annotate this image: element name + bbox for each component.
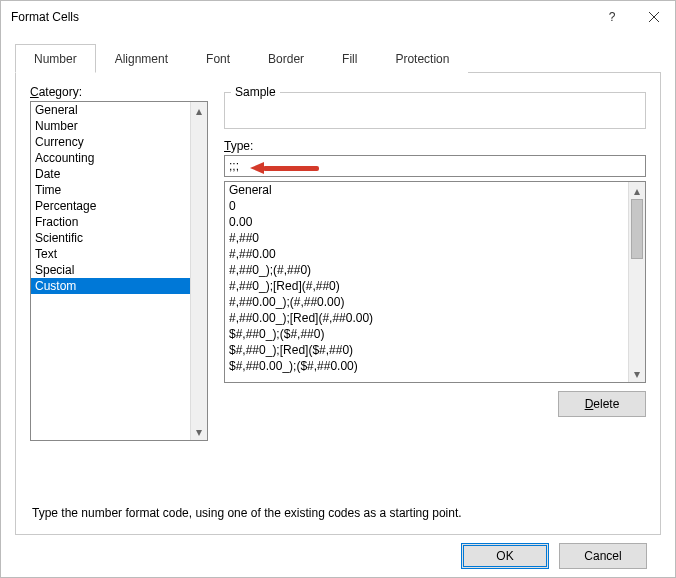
- format-item[interactable]: $#,##0_);[Red]($#,##0): [225, 342, 628, 358]
- format-listbox[interactable]: General00.00#,##0#,##0.00#,##0_);(#,##0)…: [224, 181, 646, 383]
- category-item[interactable]: Date: [31, 166, 190, 182]
- scroll-down-icon[interactable]: ▾: [629, 365, 645, 382]
- category-listbox[interactable]: GeneralNumberCurrencyAccountingDateTimeP…: [30, 101, 208, 441]
- format-item[interactable]: #,##0.00_);[Red](#,##0.00): [225, 310, 628, 326]
- cancel-button[interactable]: Cancel: [559, 543, 647, 569]
- category-item[interactable]: General: [31, 102, 190, 118]
- scroll-up-icon[interactable]: ▴: [629, 182, 645, 199]
- category-scrollbar[interactable]: ▴ ▾: [190, 102, 207, 440]
- close-icon: [649, 12, 659, 22]
- category-item[interactable]: Percentage: [31, 198, 190, 214]
- help-button[interactable]: ?: [591, 1, 633, 33]
- hint-text: Type the number format code, using one o…: [32, 506, 462, 520]
- category-label: Category:: [30, 85, 208, 99]
- format-item[interactable]: #,##0: [225, 230, 628, 246]
- category-item[interactable]: Scientific: [31, 230, 190, 246]
- category-item[interactable]: Number: [31, 118, 190, 134]
- window-title: Format Cells: [11, 10, 591, 24]
- category-item[interactable]: Accounting: [31, 150, 190, 166]
- category-item[interactable]: Custom: [31, 278, 190, 294]
- tab-border[interactable]: Border: [249, 44, 323, 73]
- format-item[interactable]: 0.00: [225, 214, 628, 230]
- title-bar: Format Cells ?: [1, 1, 675, 33]
- tab-number[interactable]: Number: [15, 44, 96, 73]
- type-label: Type:: [224, 139, 646, 153]
- tab-font[interactable]: Font: [187, 44, 249, 73]
- format-item[interactable]: General: [225, 182, 628, 198]
- format-item[interactable]: #,##0.00: [225, 246, 628, 262]
- format-item[interactable]: #,##0_);[Red](#,##0): [225, 278, 628, 294]
- tab-fill[interactable]: Fill: [323, 44, 376, 73]
- format-item[interactable]: 0: [225, 198, 628, 214]
- format-item[interactable]: $#,##0.00_);($#,##0.00): [225, 358, 628, 374]
- scroll-up-icon[interactable]: ▴: [191, 102, 207, 119]
- tab-strip: Number Alignment Font Border Fill Protec…: [15, 43, 661, 73]
- scroll-down-icon[interactable]: ▾: [191, 423, 207, 440]
- category-item[interactable]: Text: [31, 246, 190, 262]
- category-item[interactable]: Special: [31, 262, 190, 278]
- tab-alignment[interactable]: Alignment: [96, 44, 187, 73]
- format-item[interactable]: #,##0_);(#,##0): [225, 262, 628, 278]
- format-item[interactable]: $#,##0_);($#,##0): [225, 326, 628, 342]
- format-scrollbar[interactable]: ▴ ▾: [628, 182, 645, 382]
- tab-protection[interactable]: Protection: [376, 44, 468, 73]
- type-input[interactable]: [224, 155, 646, 177]
- format-item[interactable]: #,##0.00_);(#,##0.00): [225, 294, 628, 310]
- category-item[interactable]: Currency: [31, 134, 190, 150]
- close-button[interactable]: [633, 1, 675, 33]
- ok-button[interactable]: OK: [461, 543, 549, 569]
- category-item[interactable]: Time: [31, 182, 190, 198]
- scroll-thumb[interactable]: [631, 199, 643, 259]
- sample-label: Sample: [231, 85, 280, 99]
- category-item[interactable]: Fraction: [31, 214, 190, 230]
- delete-button[interactable]: Delete: [558, 391, 646, 417]
- tab-panel-number: Category: GeneralNumberCurrencyAccountin…: [15, 73, 661, 535]
- sample-group: Sample: [224, 85, 646, 129]
